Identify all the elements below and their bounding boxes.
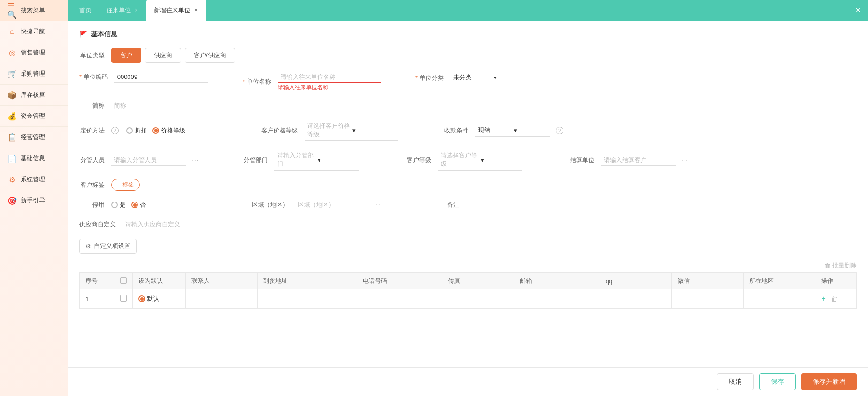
- row-add-btn[interactable]: +: [821, 295, 825, 303]
- window-close-button[interactable]: ×: [852, 6, 864, 16]
- col-fax: 传真: [442, 273, 514, 289]
- sidebar-item-label: 快捷导航: [21, 27, 45, 36]
- manager-more-btn[interactable]: ···: [190, 156, 200, 164]
- abbr-label: 简称: [79, 101, 107, 110]
- unit-name-error: 请输入往来单位名称: [278, 84, 402, 92]
- tab-bar: 首页 往来单位 × 新增往来单位 × ×: [68, 0, 868, 21]
- save-button[interactable]: 保存: [759, 373, 796, 390]
- row-phone-input[interactable]: [363, 293, 410, 304]
- supplier-custom-input[interactable]: [122, 219, 216, 230]
- gear-icon: ⚙: [85, 243, 91, 250]
- operations-icon: 📋: [8, 132, 17, 142]
- customer-price-select[interactable]: 请选择客户价格等级 ▾: [305, 120, 398, 141]
- row-checkbox[interactable]: [120, 295, 127, 302]
- sidebar-item-finance[interactable]: 💰 资金管理: [0, 106, 68, 127]
- tab-home-label: 首页: [79, 6, 91, 15]
- sidebar-item-quicknav[interactable]: ⌂ 快捷导航: [0, 21, 68, 42]
- row-wechat[interactable]: [671, 289, 743, 309]
- contacts-table: 序号 设为默认 联系人 到货地址 电话号码 传真 邮箱 qq 微信 所在地区 操…: [79, 272, 857, 309]
- contacts-table-section: 🗑 批量删除 序号 设为默认 联系人 到货地址 电话号码 传真 邮箱 qq: [79, 261, 857, 309]
- unit-category-field: 单位分类 未分类 ▾: [415, 71, 575, 84]
- customer-price-level-field: 客户价格等级 请选择客户价格等级 ▾: [261, 120, 430, 141]
- pricing-discount-radio[interactable]: 折扣: [126, 126, 147, 135]
- manager-row: 分管人员 ··· 分管部门 请输入分管部门 ▾ 客户等级 请选择客户等级 ▾: [79, 149, 857, 171]
- basic-icon: 📄: [8, 154, 17, 163]
- row-ops: + 🗑: [815, 289, 857, 309]
- row-address[interactable]: [258, 289, 357, 309]
- unit-type-customer-btn[interactable]: 客户: [111, 48, 141, 63]
- row-fax[interactable]: [442, 289, 514, 309]
- row-delete-btn[interactable]: 🗑: [831, 295, 838, 303]
- customer-level-select[interactable]: 请选择客户等级 ▾: [438, 149, 522, 171]
- sidebar-item-basic[interactable]: 📄 基础信息: [0, 148, 68, 169]
- region-more-btn[interactable]: ···: [374, 201, 384, 209]
- sidebar-item-sales[interactable]: ◎ 销售管理: [0, 42, 68, 63]
- row-wechat-input[interactable]: [678, 293, 715, 304]
- disabled-yes-radio[interactable]: 是: [111, 201, 126, 209]
- payment-terms-select[interactable]: 现结 ▾: [475, 124, 550, 137]
- sidebar-item-guide[interactable]: 🎯 新手引导: [0, 190, 68, 211]
- section-flag-icon: 🚩: [79, 31, 87, 38]
- row-phone[interactable]: [357, 289, 442, 309]
- pricing-help-icon[interactable]: ?: [111, 127, 119, 134]
- manager-input[interactable]: [111, 155, 186, 166]
- col-qq: qq: [600, 273, 671, 289]
- row-email[interactable]: [514, 289, 600, 309]
- tab-partners-close[interactable]: ×: [134, 7, 139, 14]
- payment-terms-help-icon[interactable]: ?: [556, 127, 563, 134]
- add-tag-button[interactable]: + 标签: [111, 179, 140, 191]
- pricing-level-radio[interactable]: 价格等级: [152, 126, 185, 135]
- row-address-input[interactable]: [263, 293, 320, 304]
- custom-settings-section: ⚙ 自定义项设置: [79, 239, 857, 254]
- add-tag-label: 标签: [122, 181, 134, 189]
- unit-category-label: 单位分类: [415, 74, 447, 82]
- sidebar-item-purchase[interactable]: 🛒 采购管理: [0, 63, 68, 85]
- cancel-button[interactable]: 取消: [717, 373, 754, 390]
- row-contact[interactable]: [185, 289, 257, 309]
- level-radio-dot: [154, 129, 158, 132]
- manager-field: 分管人员 ···: [79, 155, 229, 166]
- remarks-input[interactable]: [466, 199, 588, 210]
- region-label: 区域（地区）: [252, 201, 291, 209]
- row-region[interactable]: [744, 289, 815, 309]
- discount-radio-circle: [126, 127, 133, 134]
- tab-new-partner-close[interactable]: ×: [193, 7, 198, 14]
- settlement-input[interactable]: [601, 155, 676, 166]
- save-and-new-button[interactable]: 保存并新增: [801, 373, 857, 390]
- department-select[interactable]: 请输入分管部门 ▾: [274, 149, 359, 171]
- unit-code-input[interactable]: [114, 71, 208, 83]
- abbr-input[interactable]: [111, 100, 205, 111]
- tab-partners[interactable]: 往来单位 ×: [99, 0, 146, 21]
- tab-home[interactable]: 首页: [72, 0, 99, 21]
- tab-new-partner[interactable]: 新增往来单位 ×: [146, 0, 206, 21]
- custom-settings-button[interactable]: ⚙ 自定义项设置: [79, 239, 137, 254]
- unit-category-select[interactable]: 未分类 ▾: [450, 71, 535, 84]
- sidebar-item-inventory[interactable]: 📦 库存核算: [0, 85, 68, 106]
- col-region: 所在地区: [744, 273, 815, 289]
- sidebar-item-label: 经营管理: [21, 133, 45, 141]
- row-fax-input[interactable]: [448, 293, 486, 304]
- row-qq[interactable]: [600, 289, 671, 309]
- disabled-no-radio[interactable]: 否: [131, 201, 146, 209]
- row-region-input[interactable]: [749, 293, 787, 304]
- unit-type-supplier-btn[interactable]: 供应商: [145, 48, 181, 63]
- unit-type-both-btn[interactable]: 客户/供应商: [185, 48, 235, 63]
- settlement-more-btn[interactable]: ···: [680, 156, 690, 164]
- batch-delete-btn[interactable]: 🗑 批量删除: [79, 261, 857, 270]
- sidebar-item-system[interactable]: ⚙ 系统管理: [0, 169, 68, 190]
- row-default-radio[interactable]: 默认: [138, 295, 179, 303]
- sidebar-item-label: 系统管理: [21, 175, 45, 184]
- header-checkbox[interactable]: [120, 277, 127, 284]
- unit-name-label: 单位名称: [243, 78, 274, 86]
- unit-code-field: 单位编码: [79, 71, 229, 83]
- unit-name-field: 单位名称 请输入往来单位名称: [243, 71, 402, 92]
- row-email-input[interactable]: [520, 293, 567, 304]
- row-contact-input[interactable]: [191, 293, 229, 304]
- region-input[interactable]: [295, 199, 370, 210]
- unit-name-input[interactable]: [278, 71, 381, 83]
- customer-level-chevron-icon: ▾: [481, 156, 519, 163]
- supplier-custom-row: 供应商自定义: [79, 219, 857, 230]
- sidebar-item-operations[interactable]: 📋 经营管理: [0, 127, 68, 148]
- sidebar-item-search[interactable]: ☰🔍 搜索菜单: [0, 0, 68, 21]
- row-qq-input[interactable]: [606, 293, 643, 304]
